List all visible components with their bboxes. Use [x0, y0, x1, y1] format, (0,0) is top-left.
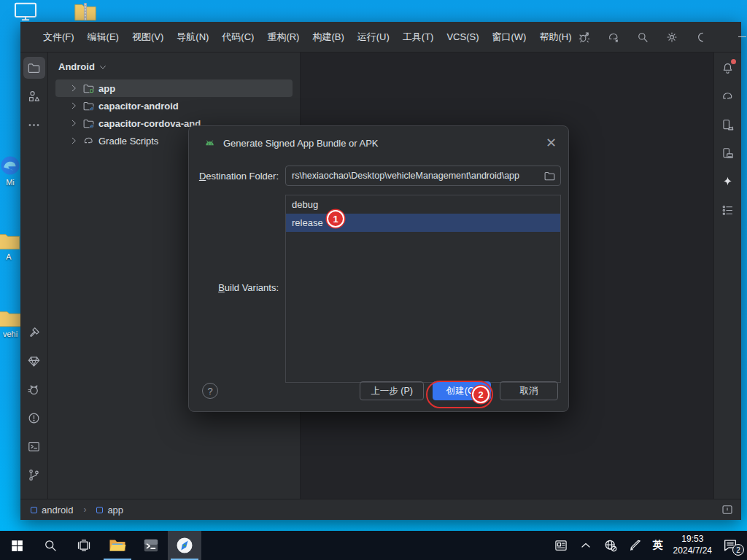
module-icon [96, 507, 103, 513]
start-button[interactable] [0, 531, 34, 560]
version-control-icon[interactable] [23, 464, 45, 486]
breadcrumb-android[interactable]: android [42, 505, 73, 516]
variant-debug[interactable]: debug [286, 195, 560, 214]
library-module-folder-icon [82, 117, 95, 130]
left-tool-strip [20, 52, 48, 499]
code-with-me-icon[interactable] [694, 31, 708, 44]
logcat-icon[interactable] [23, 378, 45, 400]
tree-item-label: app [98, 83, 115, 94]
tree-item-label: Gradle Scripts [98, 136, 158, 147]
menu-build[interactable]: 构建(B) [306, 27, 350, 47]
gradle-icon[interactable] [717, 85, 739, 107]
desktop-icon-this-pc[interactable] [13, 1, 38, 23]
chevron-right-icon[interactable] [69, 101, 79, 111]
chevron-right-icon[interactable] [69, 136, 79, 146]
taskbar-search-button[interactable] [34, 531, 67, 560]
android-studio-button[interactable] [168, 531, 201, 560]
tray-expand-icon[interactable] [578, 538, 593, 553]
app-insights-icon[interactable] [23, 350, 45, 372]
previous-step-button[interactable]: 上一步 (P) [360, 381, 424, 400]
notification-count-badge: 2 [732, 544, 744, 556]
build-variants-list: debug release [285, 195, 561, 383]
terminal-button[interactable] [134, 531, 168, 560]
breadcrumb[interactable]: android › app [31, 505, 123, 516]
library-module-folder-icon [82, 100, 95, 112]
structure-icon[interactable] [717, 199, 739, 221]
desktop-icon-zip-folder[interactable] [73, 0, 98, 23]
menu-edit[interactable]: 编辑(E) [81, 27, 125, 47]
dialog-close-icon[interactable]: ✕ [546, 136, 557, 149]
tree-item-capacitor-android[interactable]: capacitor-android [55, 97, 293, 114]
task-view-button[interactable] [67, 531, 101, 560]
running-devices-icon[interactable] [717, 142, 739, 164]
pen-workspace-icon[interactable] [628, 538, 643, 553]
chevron-right-icon[interactable] [69, 83, 79, 93]
gradle-sync-icon[interactable] [607, 31, 620, 44]
generate-signed-apk-dialog: Generate Signed App Bundle or APK ✕ Dest… [188, 125, 569, 412]
resource-manager-icon[interactable] [23, 85, 45, 107]
title-bar: 文件(F) 编辑(E) 视图(V) 导航(N) 代码(C) 重构(R) 构建(B… [20, 22, 741, 52]
profiler-icon[interactable] [578, 31, 591, 44]
project-view-label: Android [58, 61, 95, 72]
file-explorer-button[interactable] [101, 531, 134, 560]
settings-icon[interactable] [665, 31, 678, 44]
device-manager-icon[interactable] [717, 114, 739, 136]
destination-folder-field[interactable] [285, 166, 561, 186]
gemini-icon[interactable] [717, 171, 739, 192]
build-variants-label: Build Variants: [195, 282, 279, 293]
annotation-step-1: 1 [327, 210, 344, 228]
menu-navigate[interactable]: 导航(N) [170, 27, 215, 47]
terminal-icon[interactable] [23, 435, 45, 457]
gradle-elephant-icon [82, 135, 95, 147]
menu-view[interactable]: 视图(V) [125, 27, 170, 47]
widgets-news-icon[interactable] [554, 538, 568, 553]
project-view-selector[interactable]: Android [48, 58, 300, 79]
module-icon [31, 507, 37, 513]
help-button[interactable]: ? [202, 383, 218, 399]
chevron-right-icon[interactable] [69, 118, 79, 128]
tree-item-app[interactable]: app [55, 79, 293, 97]
breadcrumb-separator-icon: › [83, 505, 86, 515]
right-tool-strip [713, 52, 741, 499]
taskbar-clock[interactable]: 19:53 2024/7/24 [673, 534, 712, 556]
menu-run[interactable]: 运行(U) [351, 27, 396, 47]
android-icon [204, 137, 216, 149]
notification-badge-dot [731, 59, 736, 64]
destination-folder-label: Destination Folder: [195, 171, 279, 182]
breadcrumb-app[interactable]: app [107, 505, 123, 516]
menu-code[interactable]: 代码(C) [215, 27, 260, 47]
variant-label: debug [292, 199, 318, 210]
status-bar: android › app [20, 499, 741, 520]
app-module-folder-icon [82, 82, 95, 95]
variant-label: release [292, 217, 323, 228]
tree-item-label: capacitor-cordova-and [98, 118, 201, 129]
browse-folder-icon[interactable] [543, 170, 556, 182]
menu-file[interactable]: 文件(F) [36, 27, 81, 47]
menu-refactor[interactable]: 重构(R) [260, 27, 306, 47]
chevron-down-icon [98, 62, 108, 72]
dialog-footer: ? 上一步 (P) 创建(C) 取消 [189, 370, 568, 411]
notifications-icon[interactable] [717, 57, 739, 79]
dialog-title: Generate Signed App Bundle or APK [223, 138, 379, 149]
network-no-internet-icon[interactable] [603, 538, 618, 553]
clock-time: 19:53 [673, 534, 712, 545]
minimize-button[interactable] [731, 26, 747, 48]
project-folder-icon[interactable] [23, 57, 45, 79]
dialog-header: Generate Signed App Bundle or APK ✕ [189, 126, 568, 160]
menu-tools[interactable]: 工具(T) [396, 27, 441, 47]
menu-vcs[interactable]: VCS(S) [440, 28, 485, 46]
menu-window[interactable]: 窗口(W) [486, 27, 533, 47]
windows-taskbar: 英 19:53 2024/7/24 2 [0, 531, 747, 560]
destination-folder-input[interactable] [292, 171, 543, 181]
ime-language-indicator[interactable]: 英 [653, 539, 663, 552]
clock-date: 2024/7/24 [673, 545, 712, 557]
status-right-icon[interactable] [721, 503, 734, 516]
tree-item-label: capacitor-android [98, 101, 179, 112]
menu-help[interactable]: 帮助(H) [533, 27, 578, 47]
cancel-button[interactable]: 取消 [500, 381, 558, 400]
build-icon[interactable] [23, 322, 45, 343]
search-everywhere-icon[interactable] [636, 31, 649, 44]
notification-center-icon[interactable]: 2 [722, 537, 740, 553]
more-tools-icon[interactable] [23, 114, 45, 136]
problems-icon[interactable] [23, 407, 45, 429]
